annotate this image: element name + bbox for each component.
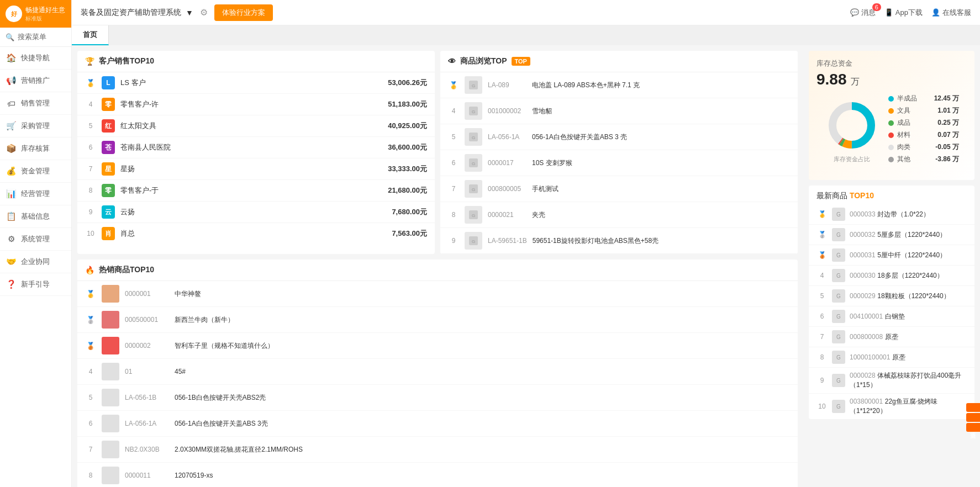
product-view-row[interactable]: 7 G 000800005 手机测试 bbox=[440, 176, 798, 202]
customer-row[interactable]: 4 零 零售客户-许 51,183.00元 bbox=[77, 94, 435, 115]
hot-product-row[interactable]: 5 LA-056-1B 056-1B白色按键开关壳ABS2壳 bbox=[77, 385, 798, 411]
float-btn-服务社区[interactable]: 服务社区 bbox=[966, 413, 980, 422]
customer-amount: 40,925.00元 bbox=[388, 121, 427, 131]
sidebar-item-newbie[interactable]: ❓新手引导 bbox=[0, 273, 71, 296]
rank-num: 9 bbox=[816, 377, 828, 384]
customer-row[interactable]: 6 苍 苍南县人民医院 36,600.00元 bbox=[77, 137, 435, 158]
newest-item[interactable]: 9 G 0000028 体械荔枝味苏打饮品400毫升（1*15） bbox=[809, 368, 974, 394]
online-service-btn[interactable]: 👤 在线客服 bbox=[931, 8, 971, 18]
customer-avatar: L bbox=[102, 76, 115, 89]
medal-icon: 🥈 bbox=[816, 231, 828, 239]
gear-icon[interactable]: ⚙ bbox=[200, 7, 208, 18]
hot-product-row[interactable]: 7 NB2.0X30B 2.0X30MM双搓花轴,搓花直径2.1MM/ROHS bbox=[77, 437, 798, 463]
product-code: LA-056-1A bbox=[125, 420, 169, 427]
sidebar-item-system[interactable]: ⚙系统管理 bbox=[0, 228, 71, 251]
hot-product-row[interactable]: 8 0000011 12070519-xs bbox=[77, 463, 798, 487]
sidebar-item-base[interactable]: 📋基础信息 bbox=[0, 205, 71, 228]
rank-num: 8 bbox=[85, 472, 96, 479]
messages-btn[interactable]: 💬 消息 6 bbox=[850, 8, 876, 18]
product-view-row[interactable]: 6 G 0000017 10S 变刺罗猴 bbox=[440, 150, 798, 176]
svg-text:G: G bbox=[472, 213, 475, 218]
product-view-row[interactable]: 9 G LA-59651-1B 59651-1B旋转投影灯电池盒ABS黑色+58… bbox=[440, 228, 798, 254]
home-tab[interactable]: 首页 bbox=[72, 25, 109, 45]
rank-num: 5 bbox=[448, 133, 459, 141]
sidebar: 好 畅捷通好生意 标准版 🔍 搜索菜单 🏠快捷导航📢营销推广🏷销售管理🛒采购管理… bbox=[0, 0, 72, 487]
newest-item[interactable]: 8 G 10000100001 原垄 bbox=[809, 347, 974, 368]
customer-name: 星扬 bbox=[120, 164, 382, 174]
sidebar-item-sales[interactable]: 🏷销售管理 bbox=[0, 92, 71, 115]
newest-item[interactable]: 5 G 0000029 18颗粒板（1220*2440） bbox=[809, 286, 974, 306]
sidebar-item-quick-nav[interactable]: 🏠快捷导航 bbox=[0, 47, 71, 70]
trial-btn[interactable]: 体验行业方案 bbox=[214, 4, 273, 21]
page-tabs: 首页 bbox=[72, 25, 980, 45]
product-thumb: G bbox=[465, 76, 482, 94]
customer-row[interactable]: 9 云 云扬 7,680.00元 bbox=[77, 202, 435, 223]
newest-item[interactable]: 🥇 G 0000033 封边带（1.0*22） bbox=[809, 204, 974, 225]
legend-item: 成品 0.25 万 bbox=[888, 118, 959, 128]
nav-icon-sales: 🏷 bbox=[6, 98, 17, 109]
float-btn-客服热线[interactable]: 客服热线 bbox=[966, 403, 980, 412]
nav-label-marketing: 营销推广 bbox=[21, 76, 50, 86]
newest-info: 0000030 18多层（1220*2440） bbox=[850, 271, 967, 280]
sidebar-item-enterprise[interactable]: 🤝企业协同 bbox=[0, 251, 71, 273]
newest-item[interactable]: 6 G 004100001 白钢垫 bbox=[809, 306, 974, 327]
stock-legend: 半成品 12.45 万 文具 1.01 万 成品 0.25 万 材料 0.07 … bbox=[888, 94, 959, 167]
customer-row[interactable]: 🥇 L LS 客户 53,006.26元 bbox=[77, 72, 435, 94]
svg-text:G: G bbox=[472, 135, 475, 140]
newest-item[interactable]: 10 G 003800001 22g鱼豆腐·烧烤味（1*12*20） bbox=[809, 394, 974, 419]
rank-num: 7 bbox=[85, 165, 96, 173]
sidebar-item-operation[interactable]: 📊经营管理 bbox=[0, 183, 71, 205]
customer-row[interactable]: 10 肖 肖总 7,563.00元 bbox=[77, 223, 435, 244]
nav-label-base: 基础信息 bbox=[21, 211, 50, 221]
product-name: 10S 变刺罗猴 bbox=[532, 158, 572, 168]
legend-name: 半成品 bbox=[897, 94, 931, 103]
product-name: 手机测试 bbox=[532, 184, 559, 194]
hot-product-row[interactable]: 4 01 45# bbox=[77, 359, 798, 385]
product-view-row[interactable]: 🥇 G LA-089 电池盖 LA-089 ABS本色+黑种 7.1 克 bbox=[440, 72, 798, 98]
rank-num: 6 bbox=[85, 420, 96, 427]
sidebar-item-purchase[interactable]: 🛒采购管理 bbox=[0, 115, 71, 137]
hot-product-row[interactable]: 🥈 000500001 新西兰牛肉（新牛） bbox=[77, 307, 798, 333]
hot-product-row[interactable]: 🥉 0000002 智利车子里（规格不知道填什么） bbox=[77, 333, 798, 359]
newest-name: 18多层（1220*2440） bbox=[877, 272, 943, 279]
customer-amount: 33,333.00元 bbox=[388, 164, 427, 174]
dropdown-icon[interactable]: ▼ bbox=[186, 8, 193, 17]
rank-num: 7 bbox=[85, 446, 96, 453]
legend-dot bbox=[888, 120, 894, 126]
medal-icon: 🥈 bbox=[85, 316, 96, 324]
app-download-btn[interactable]: 📱 App下载 bbox=[884, 8, 923, 18]
hot-product-row[interactable]: 🥇 0000001 中华神鳌 bbox=[77, 281, 798, 307]
product-code: 0000021 bbox=[488, 211, 526, 219]
newest-item[interactable]: 🥈 G 0000032 5厘多层（1220*2440） bbox=[809, 225, 974, 245]
legend-dot bbox=[888, 145, 894, 150]
product-thumb: G bbox=[465, 128, 482, 146]
customer-row[interactable]: 5 红 红太阳文具 40,925.00元 bbox=[77, 115, 435, 137]
newest-thumb: G bbox=[832, 269, 845, 282]
product-view-row[interactable]: 8 G 0000021 夹壳 bbox=[440, 202, 798, 228]
float-btn-直播[interactable]: 直播 bbox=[966, 423, 980, 432]
sidebar-search[interactable]: 🔍 搜索菜单 bbox=[0, 28, 71, 47]
newest-thumb: G bbox=[832, 248, 845, 262]
newest-info: 0000029 18颗粒板（1220*2440） bbox=[850, 292, 967, 301]
newest-item[interactable]: 🥉 G 0000031 5厘中纤（1220*2440） bbox=[809, 245, 974, 266]
product-img-icon bbox=[106, 341, 115, 350]
customer-row[interactable]: 8 零 零售客户-于 21,680.00元 bbox=[77, 180, 435, 202]
product-view-row[interactable]: 5 G LA-056-1A 056-1A白色按键开关盖ABS 3 壳 bbox=[440, 124, 798, 150]
sidebar-item-finance[interactable]: 💰资金管理 bbox=[0, 160, 71, 183]
sidebar-item-inventory[interactable]: 📦库存核算 bbox=[0, 137, 71, 160]
hot-product-row[interactable]: 6 LA-056-1A 056-1A白色按键开关盖ABS 3壳 bbox=[77, 411, 798, 437]
search-icon: 🔍 bbox=[6, 33, 14, 41]
svg-text:G: G bbox=[472, 239, 475, 244]
customer-name: 零售客户-于 bbox=[120, 186, 382, 195]
sidebar-item-marketing[interactable]: 📢营销推广 bbox=[0, 70, 71, 92]
product-view-row[interactable]: 4 G 001000002 雪地貂 bbox=[440, 98, 798, 124]
nav-label-quick-nav: 快捷导航 bbox=[21, 53, 50, 63]
newest-item[interactable]: 7 G 000800008 原垄 bbox=[809, 327, 974, 347]
newest-name: 封边带（1.0*22） bbox=[877, 210, 930, 218]
donut-chart bbox=[824, 98, 879, 153]
svg-rect-20 bbox=[106, 445, 115, 454]
customer-row[interactable]: 7 星 星扬 33,333.00元 bbox=[77, 158, 435, 180]
product-placeholder-icon: G bbox=[469, 107, 478, 115]
newest-item[interactable]: 4 G 0000030 18多层（1220*2440） bbox=[809, 266, 974, 286]
product-placeholder-icon: G bbox=[469, 236, 478, 245]
